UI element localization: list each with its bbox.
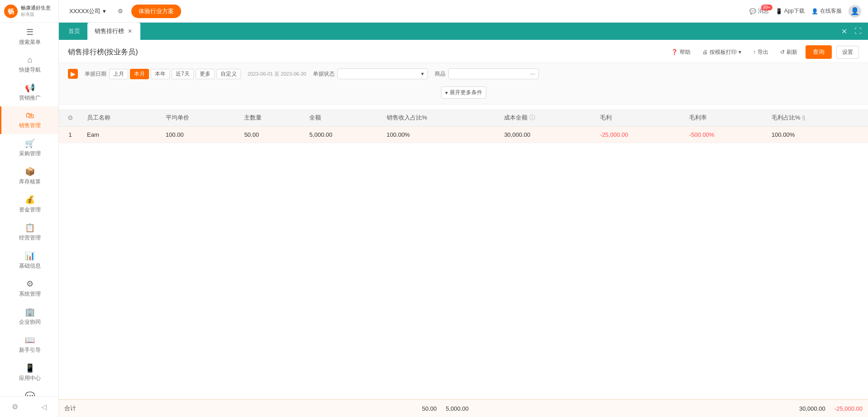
status-select[interactable]: ▾ [337, 68, 428, 79]
settings-button[interactable]: 设置 [836, 46, 859, 59]
message-badge: 99+ [761, 5, 772, 10]
sidebar-item-sales[interactable]: 🛍 销售管理 [0, 106, 58, 134]
nav-icon-app-center: 📱 [25, 363, 35, 373]
sidebar-item-search[interactable]: ☰ 搜索菜单 [0, 23, 58, 51]
col-avg-price: 平均单价 [160, 109, 239, 127]
sidebar-item-enterprise[interactable]: 🏢 企业协同 [0, 302, 58, 331]
tabbar-right: ✕ ⛶ [839, 25, 866, 38]
export-icon: ↑ [753, 49, 756, 55]
nav-label-quick-nav: 快捷导航 [19, 66, 41, 74]
cell-rank: 1 [59, 127, 82, 143]
date-range-display: 2023-06-01 至 2023-06-30 [248, 71, 307, 77]
trial-button[interactable]: 体验行业方案 [131, 5, 181, 18]
table-row: 1 Eam 100.00 50.00 5,000.00 100.00% 30,0… [59, 127, 868, 143]
sidebar-item-operations[interactable]: 📋 经营管理 [0, 218, 58, 246]
tab-sales-rank[interactable]: 销售排行榜 ✕ [87, 23, 140, 40]
settings-bottom-icon[interactable]: ⚙ [10, 400, 20, 413]
export-label: 导出 [758, 48, 768, 56]
sidebar-item-quick-nav[interactable]: ⌂ 快捷导航 [0, 51, 58, 78]
nav-label-guide: 新手引导 [19, 346, 41, 354]
page-title: 销售排行榜(按业务员) [68, 48, 138, 57]
print-label: 按模板打印 [710, 48, 737, 56]
tab-home-label: 首页 [68, 27, 80, 35]
expand-more-button[interactable]: ▾ 展开更多条件 [441, 86, 486, 99]
date-btn-last-month[interactable]: 上月 [109, 69, 128, 79]
col-amount: 全额 [304, 109, 381, 127]
nav-icon-base-info: 📊 [25, 251, 35, 261]
tabbar-maximize-icon[interactable]: ⛶ [853, 25, 863, 37]
col-cost: 成本全额 ⓘ [499, 109, 595, 127]
nav-icon-guide: 📖 [25, 335, 35, 345]
col-settings-icon[interactable]: ⚙ [67, 114, 73, 121]
topbar: XXXXX公司 ▾ ⚙ 体验行业方案 💬 消息 99+ 📱 App下载 👤 在线… [59, 0, 868, 23]
expand-more-label: 展开更多条件 [450, 89, 482, 96]
nav-icon-enterprise: 🏢 [25, 307, 35, 317]
cell-sales-pct: 100.00% [381, 127, 499, 143]
svg-text:畅: 畅 [8, 8, 14, 15]
print-icon: 🖨 [702, 49, 708, 55]
goods-input[interactable]: ··· [448, 68, 539, 79]
tab-close-icon[interactable]: ✕ [127, 28, 133, 34]
app-download-icon: 📱 [776, 8, 782, 14]
company-selector[interactable]: XXXXX公司 ▾ [66, 5, 110, 17]
sidebar-item-base-info[interactable]: 📊 基础信息 [0, 246, 58, 274]
nav-icon-system: ⚙ [26, 279, 34, 289]
sidebar-nav: ☰ 搜索菜单 ⌂ 快捷导航 📢 营销推广 🛍 销售管理 🛒 采购管理 📦 库存核… [0, 23, 58, 396]
sidebar-item-app-center[interactable]: 📱 应用中心 [0, 359, 58, 387]
date-btn-this-month[interactable]: 本月 [130, 69, 149, 79]
nav-label-inventory: 库存核算 [19, 178, 41, 186]
nav-icon-operations: 📋 [25, 223, 35, 233]
sidebar-item-purchase[interactable]: 🛒 采购管理 [0, 134, 58, 162]
sidebar-item-marketing[interactable]: 📢 营销推广 [0, 78, 58, 106]
export-button[interactable]: ↑ 导出 [749, 47, 772, 58]
footer-qty: 50.00 [422, 405, 437, 412]
col-gross: 毛利 [595, 109, 684, 127]
footer-gross: -25,000.00 [834, 405, 863, 412]
footer-cost: 30,000.00 [799, 405, 825, 412]
tabbar-close-icon[interactable]: ✕ [839, 25, 849, 38]
sidebar-item-guide[interactable]: 📖 新手引导 [0, 331, 58, 359]
gross-pct-info-icon[interactable]: § [802, 114, 805, 121]
nav-icon-wechat: 💬 [25, 391, 35, 396]
sidebar-item-wechat[interactable]: 💬 企业微信 [0, 387, 58, 396]
logo-area: 畅 畅康通好生意 标准版 [0, 0, 58, 23]
col-gross-rate: 毛利率 [684, 109, 766, 127]
query-button[interactable]: 查询 [806, 45, 832, 59]
collapse-icon[interactable]: ◁ [39, 400, 49, 413]
sidebar-item-inventory[interactable]: 📦 库存核算 [0, 162, 58, 190]
sidebar-item-finance[interactable]: 💰 资金管理 [0, 190, 58, 218]
date-btn-this-year[interactable]: 本年 [151, 69, 170, 79]
sidebar-item-system[interactable]: ⚙ 系统管理 [0, 274, 58, 302]
cell-name: Eam [82, 127, 160, 143]
table-container: ⚙ 员工名称 平均单价 主数量 全额 销售收入占比% 成本全额 ⓘ 毛利 毛利率 [59, 105, 868, 399]
date-btn-more[interactable]: 更多 [196, 69, 215, 79]
filter-expand-button[interactable]: ▶ [68, 69, 78, 79]
nav-icon-finance: 💰 [25, 195, 35, 205]
nav-label-base-info: 基础信息 [19, 262, 41, 270]
date-btn-7days[interactable]: 近7天 [172, 69, 194, 79]
avatar[interactable]: 👤 [849, 5, 861, 18]
filter-status-item: 单据状态 ▾ [313, 68, 428, 79]
cell-avg-price: 100.00 [160, 127, 239, 143]
status-select-arrow: ▾ [421, 71, 424, 77]
message-button[interactable]: 💬 消息 99+ [749, 7, 769, 15]
sidebar: 畅 畅康通好生意 标准版 ☰ 搜索菜单 ⌂ 快捷导航 📢 营销推广 🛍 销售管理… [0, 0, 59, 417]
tab-home[interactable]: 首页 [61, 23, 87, 40]
logo-name: 畅康通好生意 [21, 5, 51, 11]
footer-label: 合计 [64, 404, 91, 412]
refresh-button[interactable]: ↺ 刷新 [777, 47, 801, 58]
print-button[interactable]: 🖨 按模板打印 ▾ [699, 47, 745, 58]
online-service-label: 在线客服 [820, 7, 842, 15]
nav-label-marketing: 营销推广 [19, 94, 41, 102]
col-rank: ⚙ [59, 109, 82, 127]
topbar-settings-icon[interactable]: ⚙ [114, 5, 127, 18]
date-btn-custom[interactable]: 自定义 [216, 69, 241, 79]
nav-label-system: 系统管理 [19, 290, 41, 298]
cost-info-icon[interactable]: ⓘ [529, 114, 535, 121]
help-button[interactable]: ❓ 帮助 [667, 47, 694, 58]
app-download-button[interactable]: 📱 App下载 [776, 7, 805, 15]
filter-date-label: 单据日期 [85, 70, 106, 78]
online-service-button[interactable]: 👤 在线客服 [811, 7, 842, 15]
logo-subtitle: 标准版 [21, 11, 51, 18]
message-icon: 💬 [749, 8, 756, 14]
